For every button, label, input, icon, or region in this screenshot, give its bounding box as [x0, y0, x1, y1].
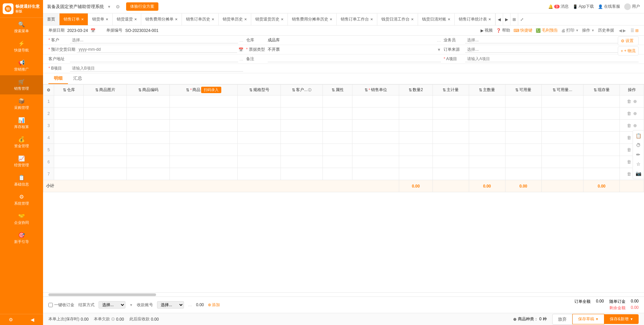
cell-avail2-7[interactable]	[541, 168, 583, 180]
logistics-float-btn[interactable]: + + 物流	[618, 46, 639, 55]
tab-sales-goods-close[interactable]: ✕	[106, 17, 108, 21]
grid-view-icon[interactable]: ⊞	[635, 28, 639, 33]
cell-warehouse-1[interactable]	[54, 95, 84, 108]
cell-stock-2[interactable]	[583, 108, 620, 120]
cell-warehouse-3[interactable]	[54, 120, 84, 132]
right-panel-icon-5[interactable]: 📷	[634, 169, 642, 177]
cell-munit-7[interactable]	[432, 168, 469, 180]
cell-spec-2[interactable]	[238, 108, 281, 120]
cell-name-6[interactable]	[170, 156, 238, 168]
sidebar-item-quick-nav[interactable]: ⚡ 快捷导航	[0, 37, 43, 56]
cell-name-5[interactable]	[170, 144, 238, 156]
debit-info-icon[interactable]: ⓘ	[111, 317, 115, 322]
discard-button[interactable]: 放弃	[552, 314, 572, 325]
calendar-icon[interactable]: 📅	[90, 28, 96, 33]
cell-unit-4[interactable]	[352, 132, 399, 144]
tab-order-history[interactable]: 销售订单历史 ✕	[182, 13, 219, 26]
cell-unit-2[interactable]	[352, 108, 399, 120]
cell-spec-5[interactable]	[238, 144, 281, 156]
cell-unit-5[interactable]	[352, 144, 399, 156]
sidebar-item-collab[interactable]: 🤝 企业协同	[0, 209, 43, 229]
cell-mqty-6[interactable]	[469, 156, 505, 168]
th-ccode-sort-icon[interactable]: ⇅	[292, 88, 295, 92]
cell-ccode-4[interactable]	[281, 132, 323, 144]
cell-avail-4[interactable]	[505, 132, 541, 144]
tab-expense-history[interactable]: 销售费用分摊单历史 ✕	[288, 13, 337, 26]
cell-munit-1[interactable]	[432, 95, 469, 108]
cell-munit-4[interactable]	[432, 132, 469, 144]
detail-tab-summary[interactable]: 汇总	[68, 73, 87, 84]
tab-prev-btn[interactable]: ◀	[495, 13, 503, 26]
horizontal-scrollbar[interactable]	[48, 293, 156, 296]
cell-munit-2[interactable]	[432, 108, 469, 120]
delete-icon-7[interactable]: 🗑	[627, 171, 631, 176]
cell-code-2[interactable]	[127, 108, 170, 120]
th-avail-sort-icon[interactable]: ⇅	[515, 88, 519, 92]
b-project-input[interactable]	[70, 65, 243, 72]
cell-ccode-1[interactable]	[281, 95, 323, 108]
sidebar-item-inventory[interactable]: 📊 库存核算	[0, 114, 43, 133]
sidebar-item-sales[interactable]: 🛒 销售管理	[0, 75, 43, 94]
th-mqty-sort-icon[interactable]: ⇅	[479, 88, 482, 92]
cell-attr-7[interactable]	[323, 168, 352, 180]
save-dropdown-icon[interactable]: ▼	[630, 317, 633, 321]
cell-avail-3[interactable]	[505, 120, 541, 132]
cell-code-3[interactable]	[127, 120, 170, 132]
tab-home[interactable]: 首页	[43, 13, 60, 26]
tab-cash-account-close[interactable]: ✕	[448, 17, 450, 21]
save-button[interactable]: 保存&新增 ▼	[604, 314, 639, 324]
delete-icon-5[interactable]: 🗑	[627, 147, 631, 152]
plan-button[interactable]: 体验行业方案	[126, 2, 158, 11]
cell-ccode-5[interactable]	[281, 144, 323, 156]
copy-icon-1[interactable]: ⊕	[633, 99, 637, 104]
right-panel-icon-1[interactable]: 📋	[634, 132, 642, 140]
cell-ccode-2[interactable]	[281, 108, 323, 120]
cell-stock-4[interactable]	[583, 132, 620, 144]
method-dropdown-icon[interactable]: ▼	[129, 303, 133, 307]
prev-record-icon[interactable]: ◀	[619, 28, 622, 33]
print-dropdown[interactable]: ▼	[575, 29, 579, 32]
cell-attr-4[interactable]	[323, 132, 352, 144]
cell-attr-2[interactable]	[323, 108, 352, 120]
cell-mqty-2[interactable]	[469, 108, 505, 120]
cell-mqty-4[interactable]	[469, 132, 505, 144]
cell-spec-7[interactable]	[238, 168, 281, 180]
draft-dropdown-icon[interactable]: ▼	[595, 317, 599, 321]
cell-qty2-1[interactable]	[399, 95, 432, 108]
tab-cash-workbench[interactable]: 钱货日清工作台 ✕	[377, 13, 418, 26]
cell-mqty-7[interactable]	[469, 168, 505, 180]
sidebar-item-marketing[interactable]: 📢 营销推广	[0, 56, 43, 75]
tab-return-close[interactable]: ✕	[134, 17, 137, 21]
cell-qty2-4[interactable]	[399, 132, 432, 144]
salesperson-input[interactable]	[465, 37, 633, 43]
th-munit-sort-icon[interactable]: ⇅	[443, 88, 446, 92]
tab-expense[interactable]: 销售费用分摊单 ✕	[141, 13, 182, 26]
delivery-calendar-icon[interactable]: 📅	[238, 47, 243, 52]
cell-avail2-6[interactable]	[541, 156, 583, 168]
cell-spec-4[interactable]	[238, 132, 281, 144]
cell-munit-6[interactable]	[432, 156, 469, 168]
tab-cash-account[interactable]: 钱货日清对账 ✕	[418, 13, 455, 26]
help-btn[interactable]: ❓ 帮助	[496, 28, 510, 33]
cell-attr-3[interactable]	[323, 120, 352, 132]
cell-avail-7[interactable]	[505, 168, 541, 180]
cell-avail2-3[interactable]	[541, 120, 583, 132]
cell-name-2[interactable]	[170, 108, 238, 120]
next-record-icon[interactable]: ▶	[623, 28, 626, 33]
action-btn[interactable]: 操作 ▼	[582, 28, 595, 33]
th-spec-sort-icon[interactable]: ⇅	[249, 88, 253, 92]
cell-mqty-1[interactable]	[469, 95, 505, 108]
sidebar-item-finance[interactable]: 💰 资金管理	[0, 133, 43, 152]
customer-input[interactable]	[70, 37, 238, 43]
tab-workbench[interactable]: 销售订单工作台 ✕	[337, 13, 377, 26]
cell-code-4[interactable]	[127, 132, 170, 144]
th-unit-sort-icon[interactable]: ⇅	[365, 88, 368, 92]
cell-warehouse-2[interactable]	[54, 108, 84, 120]
sidebar-item-operations[interactable]: 📈 经营管理	[0, 152, 43, 171]
copy-icon-2[interactable]: ⊕	[633, 111, 637, 116]
order-source-input[interactable]	[465, 46, 633, 53]
view-btn[interactable]: ▶ 视频	[481, 28, 493, 33]
cell-avail-6[interactable]	[505, 156, 541, 168]
sidebar-item-search[interactable]: 🔍 搜索菜单	[0, 18, 43, 37]
cell-ccode-6[interactable]	[281, 156, 323, 168]
